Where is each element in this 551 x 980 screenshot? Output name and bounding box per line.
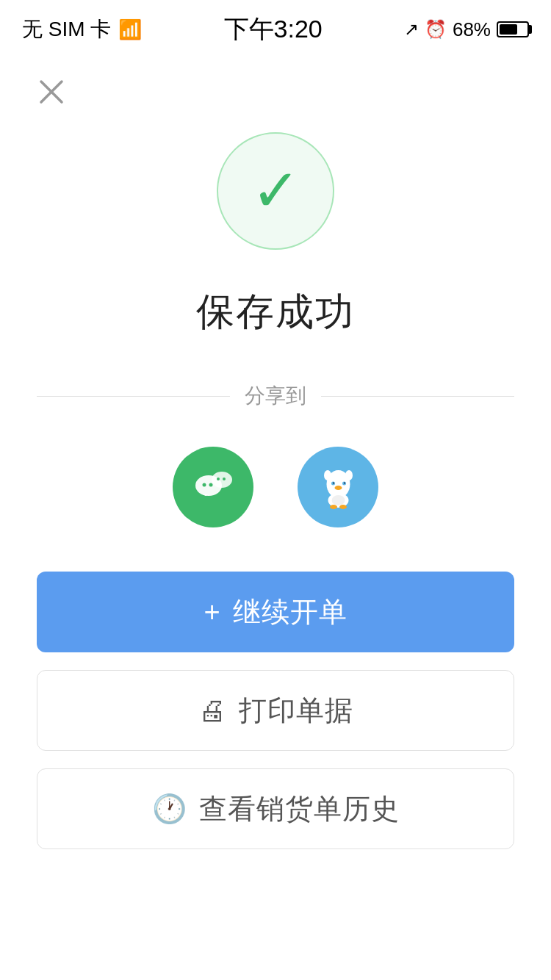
- buttons-section: + 继续开单 🖨 打印单据 🕐 查看销货单历史: [0, 572, 551, 849]
- divider-line-right: [321, 396, 514, 397]
- svg-point-14: [333, 482, 334, 483]
- checkmark-icon: ✓: [251, 162, 300, 220]
- qq-share-button[interactable]: [298, 447, 378, 527]
- print-button[interactable]: 🖨 打印单据: [37, 670, 514, 751]
- alarm-icon: ⏰: [425, 19, 447, 40]
- battery-icon: [497, 21, 529, 37]
- history-button[interactable]: 🕐 查看销货单历史: [37, 768, 514, 849]
- svg-point-16: [334, 486, 342, 490]
- share-section: 分享到: [0, 382, 551, 527]
- svg-point-21: [324, 470, 331, 480]
- svg-point-22: [345, 470, 353, 480]
- svg-point-3: [212, 472, 232, 488]
- svg-point-7: [223, 478, 226, 480]
- print-label: 打印单据: [239, 692, 353, 729]
- location-icon: ↗: [404, 19, 419, 40]
- divider-line-left: [37, 396, 230, 397]
- battery-fill: [500, 24, 517, 35]
- history-icon: 🕐: [152, 793, 187, 825]
- status-right: ↗ ⏰ 68%: [404, 18, 529, 41]
- status-bar: 无 SIM 卡 📶 下午3:20 ↗ ⏰ 68%: [0, 0, 551, 59]
- plus-icon: +: [204, 598, 220, 626]
- svg-point-18: [331, 495, 345, 505]
- svg-point-4: [202, 483, 206, 486]
- share-icons: [37, 447, 514, 527]
- wifi-icon: 📶: [118, 18, 142, 41]
- close-button[interactable]: [29, 70, 73, 114]
- share-label: 分享到: [230, 382, 321, 410]
- continue-label: 继续开单: [233, 594, 347, 631]
- status-carrier: 无 SIM 卡 📶: [22, 15, 142, 43]
- carrier-text: 无 SIM 卡: [22, 15, 111, 43]
- status-time: 下午3:20: [224, 12, 323, 46]
- svg-point-5: [209, 483, 212, 486]
- main-content: ✓ 保存成功 分享到: [0, 59, 551, 849]
- battery-text: 68%: [453, 18, 491, 41]
- wechat-share-button[interactable]: [173, 447, 253, 527]
- print-icon: 🖨: [198, 695, 227, 727]
- svg-point-6: [217, 478, 220, 480]
- history-label: 查看销货单历史: [199, 790, 400, 828]
- svg-point-20: [339, 505, 347, 509]
- continue-button[interactable]: + 继续开单: [37, 572, 514, 652]
- success-circle: ✓: [217, 132, 334, 250]
- svg-point-15: [344, 482, 345, 483]
- svg-point-19: [330, 505, 337, 509]
- share-divider: 分享到: [37, 382, 514, 410]
- success-title: 保存成功: [196, 287, 355, 338]
